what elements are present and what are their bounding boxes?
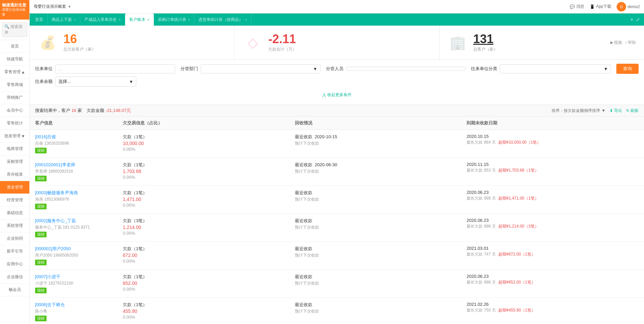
dept-select[interactable]: ▼ — [201, 64, 320, 73]
customer-name-5[interactable]: [0007]小进干 — [35, 274, 123, 280]
from-unit-input[interactable]: ... — [55, 64, 175, 73]
debt-amount-2[interactable]: 1,471.00 — [123, 197, 295, 202]
fullscreen-btn[interactable]: ⤢ — [636, 17, 640, 22]
filter-unit-category: 往来单位分类 ▼ — [471, 64, 611, 73]
repay-info-1: 最近收款 2020-06-30 预计下次收款 — [295, 162, 467, 174]
sidebar-item-operations[interactable]: 经营管理 — [0, 194, 29, 207]
tab-import-stats[interactable]: 进货单统计表（按商品） × — [194, 13, 251, 26]
industry-label: 母婴行业演示账套 — [34, 4, 66, 9]
filter-balance: 往来余额 选择... ▼ — [35, 77, 136, 87]
customer-name-1[interactable]: [0001020001]李老师 — [35, 162, 123, 168]
sidebar-item-app-center[interactable]: 应用中心 — [0, 258, 29, 271]
sidebar-item-home[interactable]: 首页 — [0, 40, 29, 53]
search-button[interactable]: 查询 — [616, 64, 639, 74]
customer-name-4[interactable]: [000002]用户2050 — [35, 246, 123, 252]
export-btn[interactable]: ⬇ 导出 — [610, 108, 622, 114]
tab-close-import-stats[interactable]: × — [245, 18, 247, 22]
video-link[interactable]: ▶ 视频 — [610, 40, 622, 46]
message-icon: 💬 — [570, 4, 575, 9]
tab-customer-account[interactable]: 客户账本 × — [125, 13, 154, 26]
overdue-info-1: 2020.11.15 最长欠款 853 天 超期¥1,703.68（1笔） — [467, 162, 639, 173]
sidebar-item-member[interactable]: 会员中心 — [0, 104, 29, 117]
sidebar-item-ecommerce[interactable]: 电商管理 — [0, 143, 29, 155]
sidebar-item-marketing[interactable]: 营销推广 — [0, 91, 29, 104]
from-unit-label: 往来单位 — [35, 66, 53, 72]
table-row: [0007]小进干 小进干 18279152100 现销 欠款（1笔） 652.… — [30, 270, 644, 298]
tab-home[interactable]: 首页 — [31, 13, 48, 26]
stat-card-debt-customers: 💰 16 总欠款客户（家） — [30, 26, 234, 59]
sidebar-item-retail-mgmt[interactable]: 零售管理 ▲ — [0, 66, 29, 79]
sidebar-item-retail-mall[interactable]: 零售商城 — [0, 79, 29, 91]
balance-select[interactable]: 选择... ▼ — [55, 77, 136, 87]
debt-count-4: 欠款（1笔） — [123, 246, 295, 252]
debt-amount-4[interactable]: 672.00 — [123, 253, 295, 258]
customer-name-0[interactable]: [0016]吕俊 — [35, 134, 123, 140]
overdue-link-3[interactable]: 超期¥1,214.00（3笔） — [498, 224, 539, 229]
customer-sub-4: 用户2050 18665062050 — [35, 253, 123, 258]
repay-date-0: 最近收款 2020-10-15 — [295, 134, 467, 140]
unit-category-label: 往来单位分类 — [471, 66, 497, 72]
tab-product-off[interactable]: 商品上下架 × — [48, 13, 80, 26]
refresh-btn[interactable]: ↻ 刷新 — [626, 108, 639, 114]
debt-amount-6[interactable]: 455.90 — [123, 308, 295, 314]
overdue-link-4[interactable]: 超期¥672.00（1笔） — [498, 252, 535, 257]
search-icon: 🔍 — [4, 24, 10, 29]
tab-close-product-off[interactable]: × — [74, 18, 76, 22]
tab-purchase-order-stats[interactable]: 采购订单统计表 × — [154, 13, 195, 26]
repay-info-6: 最近收款 预计下次收款 — [295, 302, 467, 314]
user-name-label: demo2 — [627, 4, 640, 9]
results-prefix: 搜索结果中，客户 — [35, 108, 70, 113]
manager-input[interactable] — [346, 67, 466, 71]
collapse-filter-btn[interactable]: ⋀ 收起更多条件 — [321, 91, 353, 99]
message-btn[interactable]: 💬 消息 — [570, 4, 584, 9]
overdue-link-0[interactable]: 超期¥10,000.00（1笔） — [498, 140, 541, 145]
help-link[interactable]: ○ 帮助 — [625, 40, 636, 46]
debt-percent-0: 0.00% — [123, 147, 295, 152]
sidebar-search-button[interactable]: 🔍 搜索菜单 — [2, 22, 27, 37]
close-all-tabs-btn[interactable]: × — [631, 17, 633, 22]
sidebar-item-finance[interactable]: 资金管理 — [0, 181, 29, 194]
debt-amount-3[interactable]: 1,214.00 — [123, 225, 295, 230]
customer-name-2[interactable]: [0003]畅捷服务尹海燕 — [35, 190, 123, 196]
tab-product-in-history[interactable]: 产成品入库单历史 × — [80, 13, 125, 26]
tab-close-product-in[interactable]: × — [119, 18, 121, 22]
overdue-link-5[interactable]: 超期¥652.00（1笔） — [498, 280, 535, 285]
sidebar-item-vip-member[interactable]: 畅会员 — [0, 284, 29, 296]
overdue-date-1: 2020.11.15 — [467, 162, 639, 167]
total-customers-label: 总客户（家） — [473, 47, 498, 52]
sidebar-item-base-info[interactable]: 基础信息 — [0, 207, 29, 219]
unit-category-select[interactable]: ▼ — [500, 64, 611, 73]
overdue-link-6[interactable]: 超期¥455.90（1笔） — [498, 308, 535, 313]
sort-select[interactable]: 排序：按欠款金额倒序排序 ▼ — [552, 108, 606, 114]
customer-name-3[interactable]: [0002]服务中心_丁磊 — [35, 218, 123, 224]
sidebar-item-retail-stats[interactable]: 零售统计 — [0, 117, 29, 130]
user-profile-btn[interactable]: D demo2 — [617, 2, 640, 11]
debt-count-0: 欠款（1笔） — [123, 134, 295, 140]
help-icon: ○ — [625, 40, 627, 45]
overdue-link-2[interactable]: 超期¥1,471.00（1笔） — [498, 196, 539, 201]
export-label: 导出 — [614, 108, 622, 114]
overdue-link-1[interactable]: 超期¥1,703.68（1笔） — [498, 168, 539, 173]
debt-amount-5[interactable]: 652.00 — [123, 281, 295, 286]
repay-info-2: 最近收款 预计下次收款 — [295, 190, 467, 202]
video-label: 视频 — [614, 40, 622, 46]
sidebar-item-purchase[interactable]: 采购管理 — [0, 155, 29, 168]
app-download-btn[interactable]: 📱 App下载 — [590, 4, 611, 9]
sidebar-item-enterprise[interactable]: 企业协同 — [0, 232, 29, 245]
sidebar-item-inventory[interactable]: 库存核算 — [0, 168, 29, 181]
sidebar-item-system[interactable]: 系统管理 — [0, 219, 29, 232]
filter-row-2: 往来余额 选择... ▼ — [35, 77, 639, 87]
top-header: 母婴行业演示账套 ▼ 💬 消息 📱 App下载 D demo2 — [30, 0, 644, 13]
tab-close-purchase-order[interactable]: × — [188, 18, 190, 22]
sidebar-item-shortcut[interactable]: 快捷导航 — [0, 53, 29, 66]
sidebar-item-enterprise-wx[interactable]: 企业微信 — [0, 271, 29, 284]
debt-amount-1[interactable]: 1,703.68 — [123, 169, 295, 174]
logo-main-text: 畅捷通好生意 — [2, 3, 27, 7]
debt-amount-0[interactable]: 10,000.00 — [123, 141, 295, 146]
sidebar: 畅捷通好生意 母婴行业演示账套 🔍 搜索菜单 首页 快捷导航 零售管理 ▲ 零售… — [0, 0, 30, 324]
sidebar-item-batch-mgmt[interactable]: 批发管理 ▼ — [0, 130, 29, 143]
overdue-info-0: 2020.10.15 最长欠款 884 天 超期¥10,000.00（1笔） — [467, 134, 639, 145]
customer-name-6[interactable]: [0006]去下粮仓 — [35, 302, 123, 308]
tab-close-customer-account[interactable]: × — [147, 18, 149, 22]
sidebar-item-new-guide[interactable]: 新手引导 — [0, 245, 29, 258]
